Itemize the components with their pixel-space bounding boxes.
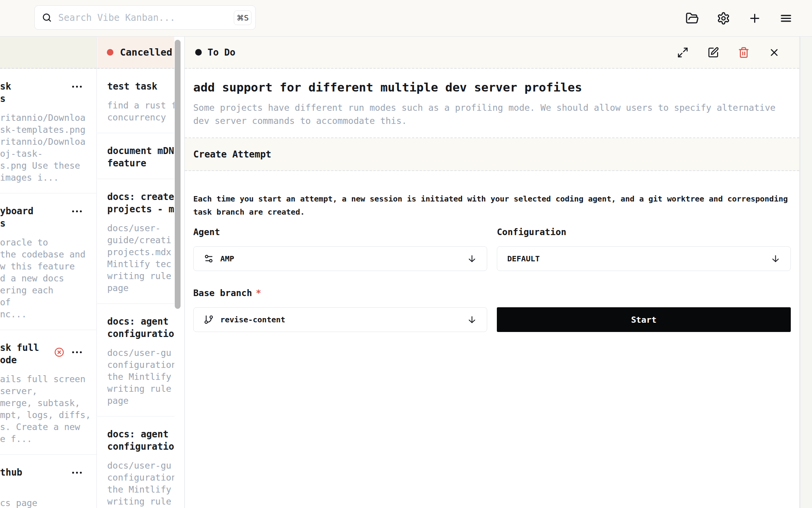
ellipsis-menu-icon[interactable] [72, 351, 82, 353]
search-input[interactable] [57, 12, 234, 24]
card-description: docs/user- guide/creati projects.mdx Min… [107, 222, 174, 294]
task-card[interactable]: yboard s oracle to the codebase and w th… [0, 193, 96, 330]
card-title: projects - m [107, 203, 174, 215]
card-title: s [0, 217, 91, 230]
create-attempt-form: Agent Configuration AMP [193, 226, 791, 332]
close-panel-button[interactable] [768, 47, 780, 58]
card-title: docs: create [107, 191, 174, 203]
topbar: ⌘S [0, 0, 812, 37]
create-attempt-heading: Create Attempt [193, 149, 271, 160]
task-card[interactable]: docs: agent configuration docs/user-gu c… [97, 417, 174, 508]
task-card[interactable]: thub cs page [0, 455, 96, 508]
task-card[interactable]: test task find a rust fi concurrency [97, 69, 174, 133]
page-scrollbar-track[interactable] [800, 37, 812, 508]
card-description: docs/user-gu configuration the Mintlify … [107, 460, 174, 508]
base-branch-value: revise-content [220, 315, 285, 324]
card-title: feature [107, 157, 174, 169]
ellipsis-menu-icon[interactable] [72, 472, 82, 474]
card-title: docs: agent [107, 315, 174, 328]
agent-select[interactable]: AMP [193, 246, 487, 271]
add-task-button[interactable] [748, 12, 761, 25]
cancelled-status-dot [107, 49, 113, 56]
todo-status-dot [195, 49, 202, 56]
card-description: cs page [0, 497, 91, 508]
scrollbar-thumb[interactable] [175, 40, 181, 309]
task-description: Some projects have different run modes s… [193, 101, 791, 127]
card-description: docs/user-gu configuration the Mintlify … [107, 347, 174, 407]
start-attempt-button[interactable]: Start [497, 307, 791, 332]
task-card[interactable]: docs: agent configuration docs/user-gu c… [97, 304, 174, 417]
configuration-value: DEFAULT [507, 254, 540, 263]
close-icon [768, 47, 780, 58]
settings-gear-icon [717, 12, 730, 25]
menu-button[interactable] [779, 12, 793, 25]
open-project-button[interactable] [685, 12, 699, 25]
card-title: configuration [107, 328, 174, 340]
expand-icon [677, 47, 689, 58]
search-icon [42, 12, 52, 23]
arrow-down-icon [467, 254, 477, 264]
create-attempt-body: Each time you start an attempt, a new se… [185, 171, 799, 332]
board-scrollbar[interactable] [172, 37, 182, 508]
arrow-down-icon [467, 315, 477, 325]
trash-icon [738, 47, 750, 58]
card-title: s [0, 93, 91, 105]
expand-button[interactable] [677, 47, 689, 58]
column-cancelled-header: Cancelled [97, 37, 174, 69]
ellipsis-menu-icon[interactable] [72, 86, 82, 88]
column-left-header [0, 37, 96, 69]
required-marker: * [256, 288, 261, 298]
card-title: test task [107, 80, 174, 93]
task-panel-header: To Do [185, 37, 799, 69]
card-description: find a rust fi concurrency [107, 100, 174, 124]
kanban-board: sk s ritannio/Downloa sk-templates.png r… [0, 37, 812, 508]
arrow-down-icon [771, 254, 780, 264]
column-title: Cancelled [120, 47, 172, 58]
card-title: configuration [107, 440, 174, 453]
search-box[interactable]: ⌘S [34, 5, 256, 30]
sliders-icon [204, 254, 214, 264]
plus-icon [748, 12, 761, 25]
git-branch-icon [204, 315, 214, 325]
circle-x-icon [54, 347, 64, 357]
card-description: oracle to the codebase and w this featur… [0, 237, 91, 320]
vibe-kanban-app: ⌘S [0, 0, 812, 508]
topbar-actions [685, 0, 793, 37]
task-card[interactable]: docs: create projects - m docs/user- gui… [97, 179, 174, 304]
base-branch-select[interactable]: revise-content [193, 307, 487, 332]
task-detail-panel: To Do [184, 37, 800, 508]
base-branch-label: Base branch* [193, 287, 487, 299]
card-description: ritannio/Downloa sk-templates.png ritann… [0, 112, 91, 184]
card-description: ails full screen server, merge, subtask,… [0, 373, 91, 445]
agent-value: AMP [220, 254, 234, 263]
configuration-select[interactable]: DEFAULT [497, 246, 791, 271]
task-summary: add support for different multiple dev s… [185, 69, 799, 138]
ellipsis-menu-icon[interactable] [72, 210, 82, 212]
card-title: docs: agent [107, 428, 174, 440]
edit-icon [707, 47, 719, 58]
task-title: add support for different multiple dev s… [193, 80, 791, 95]
delete-button[interactable] [738, 47, 750, 58]
card-title: document mDNS [107, 145, 174, 157]
folder-open-icon [685, 12, 699, 25]
agent-label: Agent [193, 226, 487, 238]
task-card[interactable]: document mDNS feature [97, 133, 174, 179]
configuration-label: Configuration [497, 226, 791, 238]
settings-button[interactable] [717, 12, 730, 25]
task-card[interactable]: sk s ritannio/Downloa sk-templates.png r… [0, 69, 96, 193]
menu-icon [779, 12, 793, 25]
status-label: To Do [208, 47, 235, 58]
create-attempt-header: Create Attempt [185, 138, 799, 171]
kanban-column-left: sk s ritannio/Downloa sk-templates.png r… [0, 37, 97, 508]
task-card[interactable]: sk full ode ails full screen server, mer… [0, 330, 96, 455]
kanban-column-cancelled: Cancelled test task find a rust fi concu… [97, 37, 174, 508]
search-shortcut-badge: ⌘S [234, 10, 252, 25]
edit-button[interactable] [707, 47, 719, 58]
create-attempt-info: Each time you start an attempt, a new se… [193, 192, 791, 218]
